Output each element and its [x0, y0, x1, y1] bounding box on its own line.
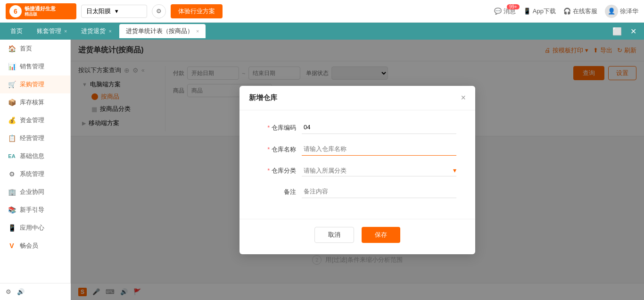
purchase-icon: 🛒	[8, 80, 16, 89]
sidebar-item-purchase-label: 采购管理	[20, 80, 44, 89]
finance-icon: 💰	[8, 116, 16, 125]
tab-purchase-stat[interactable]: 进货单统计表（按商品） ×	[119, 24, 206, 38]
app-download-label: App下载	[533, 7, 556, 16]
sidebar-item-home[interactable]: 🏠 首页	[0, 40, 70, 58]
tab-bar: 首页 账套管理 × 进货退货 × 进货单统计表（按商品） × ⬜ ✕	[0, 23, 644, 40]
tab-purchase-return-label: 进货退货	[81, 27, 106, 35]
brand-sub: 精品版	[25, 12, 56, 17]
sidebar-item-basic-info[interactable]: EA 基础信息	[0, 147, 70, 165]
sidebar-item-enterprise[interactable]: 🏢 企业协同	[0, 183, 70, 201]
inventory-icon: 📦	[8, 98, 16, 107]
sidebar-bottom: ⚙ 🔊	[0, 283, 71, 300]
dialog-title: 新增仓库	[249, 93, 461, 102]
store-name: 日太阳膜	[86, 7, 113, 16]
volume-icon[interactable]: 🔊	[17, 288, 25, 295]
store-selector[interactable]: 日太阳膜 ▾	[81, 5, 147, 18]
dialog-overlay: 新增仓库 × 仓库编码 仓库名称 仓库分类	[71, 40, 644, 300]
name-label: 仓库名称	[258, 145, 296, 154]
logo-text: 畅捷通好生意 精品版	[25, 6, 56, 17]
dialog-close-button[interactable]: ×	[461, 93, 466, 102]
app-download-action[interactable]: 📱 App下载	[523, 7, 556, 16]
sidebar-item-purchase[interactable]: 🛒 采购管理	[0, 75, 70, 93]
remark-label: 备注	[258, 188, 296, 196]
tab-account-close[interactable]: ×	[64, 28, 67, 34]
logo-letter: 6	[14, 8, 17, 15]
system-icon: ⚙	[8, 170, 16, 178]
online-service-label: 在线客服	[573, 7, 597, 16]
remark-input[interactable]	[302, 186, 456, 198]
basic-info-icon: EA	[8, 152, 16, 160]
appstore-icon: 📱	[8, 224, 16, 232]
sidebar-item-vip-label: 畅会员	[20, 242, 38, 250]
tab-purchase-return[interactable]: 进货退货 ×	[74, 24, 118, 38]
sidebar-item-home-label: 首页	[20, 44, 32, 53]
tab-home[interactable]: 首页	[4, 24, 29, 38]
sidebar-item-enterprise-label: 企业协同	[20, 188, 44, 196]
tab-purchase-stat-label: 进货单统计表（按商品）	[126, 27, 193, 35]
tab-account[interactable]: 账套管理 ×	[30, 24, 74, 38]
sidebar-item-guide[interactable]: 📚 新手引导	[0, 201, 70, 219]
gear-button[interactable]: ⚙	[152, 4, 166, 18]
dialog-footer: 取消 保存	[239, 219, 475, 254]
warehouse-name-input[interactable]	[302, 143, 456, 156]
new-warehouse-dialog: 新增仓库 × 仓库编码 仓库名称 仓库分类	[239, 86, 475, 254]
enterprise-icon: 🏢	[8, 188, 16, 196]
sidebar-item-vip[interactable]: V 畅会员	[0, 237, 70, 255]
online-service-action[interactable]: 🎧 在线客服	[563, 7, 597, 16]
tab-home-label: 首页	[10, 27, 23, 35]
category-select-wrap[interactable]: ▾	[302, 165, 456, 176]
sidebar-item-sales-label: 销售管理	[20, 62, 44, 71]
brand-name: 畅捷通好生意	[25, 6, 56, 12]
top-bar: 6 畅捷通好生意 精品版 日太阳膜 ▾ ⚙ 体验行业方案 💬 消息 99+ 📱 …	[0, 0, 644, 23]
form-row-remark: 备注	[258, 186, 456, 198]
save-button[interactable]: 保存	[362, 227, 400, 243]
sidebar-item-guide-label: 新手引导	[20, 206, 44, 214]
form-row-code: 仓库编码	[258, 122, 456, 134]
message-badge: 99+	[507, 4, 520, 9]
logo-icon: 6	[9, 5, 22, 17]
sidebar-item-operation[interactable]: 📋 经营管理	[0, 129, 70, 147]
user-action[interactable]: 👤 徐泽华	[605, 5, 638, 18]
sidebar-item-inventory[interactable]: 📦 库存核算	[0, 93, 70, 111]
content-area: 进货单统计(按商品) 🖨 按模板打印 ▾ ⬆ 导出 ↻ 刷新	[71, 40, 644, 300]
category-label: 仓库分类	[258, 167, 296, 175]
tab-purchase-stat-close[interactable]: ×	[196, 28, 199, 34]
category-dropdown-icon: ▾	[453, 167, 456, 174]
headset-icon: 🎧	[563, 8, 571, 15]
message-icon: 💬	[494, 8, 502, 15]
vip-icon: V	[8, 242, 16, 250]
main-layout: 🏠 首页 📊 销售管理 🛒 采购管理 📦 库存核算 💰 资金管理 📋 经营管理 …	[0, 40, 644, 300]
message-action[interactable]: 💬 消息 99+	[494, 7, 516, 16]
dialog-body: 仓库编码 仓库名称 仓库分类 ▾	[239, 110, 475, 215]
sidebar-item-system-label: 系统管理	[20, 170, 44, 178]
category-input[interactable]	[302, 165, 453, 176]
top-right-actions: 💬 消息 99+ 📱 App下载 🎧 在线客服 👤 徐泽华	[494, 5, 638, 18]
sidebar-item-sales[interactable]: 📊 销售管理	[0, 58, 70, 75]
username-label: 徐泽华	[620, 7, 638, 16]
sidebar-item-appstore[interactable]: 📱 应用中心	[0, 219, 70, 237]
trial-button[interactable]: 体验行业方案	[171, 4, 223, 18]
dialog-header: 新增仓库 ×	[239, 86, 475, 110]
form-row-category: 仓库分类 ▾	[258, 165, 456, 176]
sidebar-item-system[interactable]: ⚙ 系统管理	[0, 165, 70, 183]
sidebar-item-basic-info-label: 基础信息	[20, 152, 44, 160]
chevron-down-icon: ▾	[115, 8, 142, 15]
gear-icon: ⚙	[156, 8, 162, 15]
sidebar-item-finance[interactable]: 💰 资金管理	[0, 111, 70, 129]
settings-bottom-icon[interactable]: ⚙	[6, 288, 11, 295]
sales-icon: 📊	[8, 62, 16, 71]
avatar: 👤	[605, 5, 618, 18]
sidebar-item-appstore-label: 应用中心	[20, 224, 44, 232]
tab-account-label: 账套管理	[37, 27, 61, 35]
tab-close-all-button[interactable]: ✕	[627, 25, 640, 38]
cancel-button[interactable]: 取消	[314, 227, 354, 243]
tab-purchase-return-close[interactable]: ×	[108, 28, 111, 34]
tab-restore-button[interactable]: ⬜	[609, 25, 626, 38]
sidebar-item-finance-label: 资金管理	[20, 116, 44, 125]
operation-icon: 📋	[8, 134, 16, 142]
warehouse-code-input[interactable]	[302, 122, 456, 134]
sidebar-item-operation-label: 经营管理	[20, 134, 44, 142]
form-row-name: 仓库名称	[258, 143, 456, 156]
home-icon: 🏠	[8, 44, 16, 53]
sidebar: 🏠 首页 📊 销售管理 🛒 采购管理 📦 库存核算 💰 资金管理 📋 经营管理 …	[0, 40, 71, 300]
